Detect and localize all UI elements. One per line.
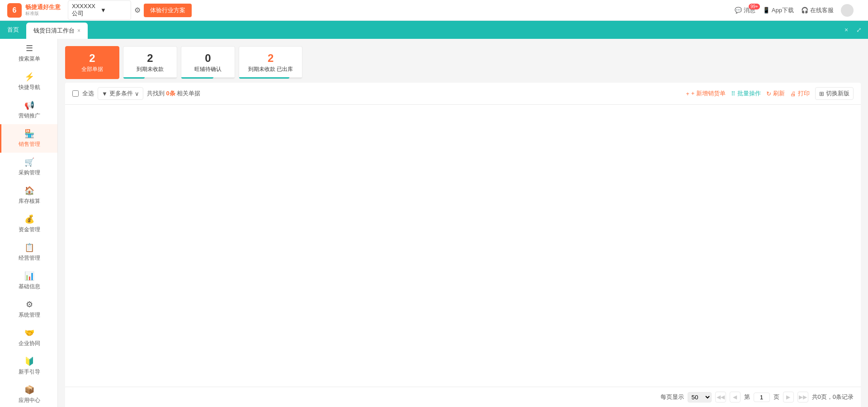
stat-label-all: 全部单据 [75, 65, 110, 73]
sidebar: ☰ 搜索菜单 ⚡ 快捷导航 📢 营销推广 🏪 销售管理 🛒 采购管理 🏠 库存核… [0, 39, 58, 407]
last-page-button[interactable]: ▶▶ [797, 392, 808, 402]
add-order-button[interactable]: + + 新增销货单 [686, 89, 726, 98]
tab-active-label: 钱货日清工作台 [33, 27, 75, 35]
prev-page-button[interactable]: ◀ [730, 392, 741, 402]
page-suffix: 页 [774, 393, 779, 401]
search-menu-icon: ☰ [26, 43, 33, 53]
sidebar-label-sales: 销售管理 [19, 140, 40, 148]
tab-home[interactable]: 首页 [0, 21, 26, 39]
total-label: 共0页，0条记录 [812, 393, 854, 401]
sidebar-item-operations[interactable]: 📋 经营管理 [0, 238, 57, 267]
sidebar-item-apps[interactable]: 📦 应用中心 [0, 380, 57, 407]
message-badge: 99+ [749, 4, 760, 9]
settings-button[interactable]: ⚙ [131, 4, 144, 17]
dropdown-icon: ▼ [100, 7, 127, 14]
switch-version-button[interactable]: ⊞ 切换新版 [815, 87, 854, 100]
select-all-checkbox[interactable] [72, 90, 79, 97]
sidebar-item-search-menu[interactable]: ☰ 搜索菜单 [0, 39, 57, 67]
sidebar-label-finance: 资金管理 [19, 226, 40, 234]
page-number-input[interactable] [754, 393, 770, 402]
page-size-select[interactable]: 50 100 200 [688, 392, 712, 402]
header-right: 💬 消息 99+ 📱 App下载 🎧 在线客服 [735, 4, 861, 17]
stat-num-pending: 0 [190, 52, 226, 65]
sidebar-item-guide[interactable]: 🔰 新手引导 [0, 352, 57, 380]
table-area [65, 105, 861, 387]
page-size-label: 每页显示 [660, 393, 684, 401]
sidebar-item-coop[interactable]: 🤝 企业协同 [0, 323, 57, 352]
filter-label: 更多条件 [109, 89, 133, 98]
sidebar-item-sales[interactable]: 🏪 销售管理 [0, 124, 57, 153]
select-all-label[interactable]: 全选 [82, 89, 94, 98]
stat-card-all[interactable]: 2 全部单据 [65, 46, 119, 79]
filter-chevron: ∨ [135, 90, 139, 97]
content-area: 2 全部单据 2 到期未收款 0 旺辅待确认 2 到期未收款 已出库 全选 [58, 39, 868, 407]
marketing-icon: 📢 [24, 100, 34, 110]
company-selector[interactable]: XXXXXX公司 ▼ [68, 0, 131, 20]
refresh-button[interactable]: ↻ 刷新 [766, 89, 785, 98]
sidebar-item-base-info[interactable]: 📊 基础信息 [0, 267, 57, 295]
sidebar-label-guide: 新手引导 [19, 368, 40, 376]
operations-icon: 📋 [24, 243, 34, 253]
tab-bar: 首页 钱货日清工作台 × × ⤢ [0, 21, 868, 39]
stat-label-overdue: 到期未收款 [132, 65, 168, 73]
sales-icon: 🏪 [24, 129, 34, 139]
finance-icon: 💰 [24, 214, 34, 224]
top-header: 6 畅捷通好生意 标准版 XXXXXX公司 ▼ ⚙ 体验行业方案 💬 消息 99… [0, 0, 868, 21]
sidebar-label-apps: 应用中心 [19, 397, 40, 404]
logo-icon: 6 [7, 3, 22, 18]
quick-nav-icon: ⚡ [24, 72, 34, 82]
window-close-button[interactable]: × [841, 24, 852, 35]
trial-button[interactable]: 体验行业方案 [144, 4, 192, 17]
app-icon: 📱 [763, 7, 770, 14]
sidebar-label-base-info: 基础信息 [19, 283, 40, 290]
stat-num-overdue: 2 [132, 52, 168, 65]
stat-label-overdue-out: 到期未收款 已出库 [248, 65, 293, 73]
service-label: 在线客服 [810, 6, 834, 14]
stat-label-pending: 旺辅待确认 [190, 65, 226, 73]
next-page-button[interactable]: ▶ [783, 392, 794, 402]
avatar[interactable] [841, 4, 854, 17]
sidebar-item-finance[interactable]: 💰 资金管理 [0, 210, 57, 238]
message-icon: 💬 [735, 7, 742, 14]
message-button[interactable]: 💬 消息 99+ [735, 6, 755, 14]
app-download-button[interactable]: 📱 App下载 [763, 6, 794, 14]
sidebar-label-quick-nav: 快捷导航 [19, 84, 40, 91]
print-button[interactable]: 🖨 打印 [790, 89, 810, 98]
tab-active[interactable]: 钱货日清工作台 × [26, 23, 88, 39]
filter-icon: ▼ [102, 90, 108, 97]
sidebar-label-system: 系统管理 [19, 311, 40, 319]
stat-num-all: 2 [75, 52, 110, 65]
guide-icon: 🔰 [24, 356, 34, 366]
sidebar-item-system[interactable]: ⚙ 系统管理 [0, 295, 57, 323]
stat-card-pending[interactable]: 0 旺辅待确认 [181, 46, 235, 79]
coop-icon: 🤝 [24, 328, 34, 338]
toolbar-right: + + 新增销货单 ⠿ 批量操作 ↻ 刷新 🖨 打印 ⊞ 切换新版 [686, 87, 854, 100]
pagination: 每页显示 50 100 200 ◀◀ ◀ 第 页 ▶ ▶▶ 共0页，0条记录 [65, 387, 861, 407]
sidebar-item-purchase[interactable]: 🛒 采购管理 [0, 153, 57, 181]
window-maximize-button[interactable]: ⤢ [854, 24, 864, 35]
sidebar-label-coop: 企业协同 [19, 340, 40, 347]
first-page-button[interactable]: ◀◀ [715, 392, 726, 402]
found-text: 共找到 0条 相关单据 [147, 89, 200, 98]
stat-card-overdue-out[interactable]: 2 到期未收款 已出库 [239, 46, 302, 79]
tab-close-icon[interactable]: × [77, 28, 80, 34]
inventory-icon: 🏠 [24, 186, 34, 196]
sidebar-label-operations: 经营管理 [19, 254, 40, 262]
refresh-icon: ↻ [766, 90, 771, 97]
stats-row: 2 全部单据 2 到期未收款 0 旺辅待确认 2 到期未收款 已出库 [58, 39, 868, 79]
batch-button[interactable]: ⠿ 批量操作 [731, 89, 761, 98]
logo-area: 6 畅捷通好生意 标准版 [7, 3, 61, 18]
found-count: 0条 [166, 90, 175, 97]
tab-home-label: 首页 [7, 26, 19, 34]
filter-button[interactable]: ▼ 更多条件 ∨ [98, 87, 143, 100]
sidebar-item-inventory[interactable]: 🏠 库存核算 [0, 181, 57, 210]
stat-card-overdue[interactable]: 2 到期未收款 [123, 46, 177, 79]
online-service-button[interactable]: 🎧 在线客服 [801, 6, 834, 14]
app-label: App下载 [772, 6, 794, 14]
purchase-icon: 🛒 [24, 157, 34, 167]
add-icon: + [686, 90, 689, 97]
base-info-icon: 📊 [24, 271, 34, 281]
sidebar-item-marketing[interactable]: 📢 营销推广 [0, 96, 57, 124]
header-left: 6 畅捷通好生意 标准版 XXXXXX公司 ▼ ⚙ 体验行业方案 [7, 0, 192, 20]
sidebar-item-quick-nav[interactable]: ⚡ 快捷导航 [0, 67, 57, 96]
